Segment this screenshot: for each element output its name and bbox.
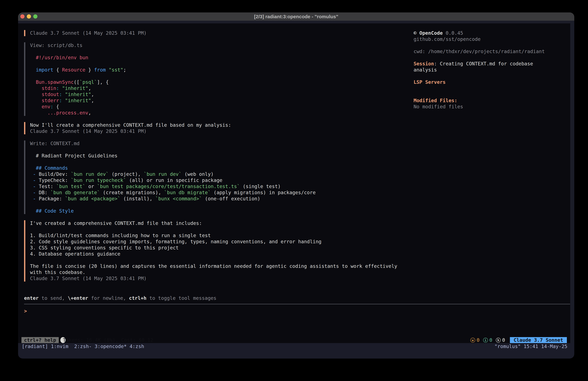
- terminal-line: [30, 73, 410, 79]
- text-segment: enter: [24, 295, 39, 301]
- terminal-line: Bun.spawnSync([`psql`], {: [30, 79, 410, 85]
- text-segment: (single test): [240, 183, 281, 189]
- text-segment: : Creating CONTEXT.md for codebase: [434, 61, 533, 67]
- text-segment: (create migrations),: [100, 190, 164, 195]
- text-segment: -: [33, 183, 39, 189]
- text-segment: `bun add <package>`: [65, 196, 120, 202]
- text-segment: }: [85, 67, 94, 73]
- terminal-line: - DB: `bun db generate` (create migratio…: [30, 190, 410, 196]
- tmux-window-list: 1:nvim2:zsh-3:opencode*4:zsh: [48, 344, 144, 349]
- text-segment: Build/Dev:: [39, 171, 71, 177]
- close-button[interactable]: [20, 14, 24, 19]
- text-segment: to toggle tool messages: [147, 295, 216, 301]
- text-segment: 0.0.45: [443, 30, 463, 36]
- text-segment: :: [59, 98, 62, 103]
- terminal-line: [30, 226, 410, 232]
- text-segment: 3. CSS styling conventions specific to t…: [30, 245, 179, 250]
- terminal-line: Session: Creating CONTEXT.md for codebas…: [414, 61, 565, 67]
- text-segment: 4. Database operations guidance: [30, 251, 120, 257]
- text-segment: Resource: [62, 67, 85, 73]
- terminal-line: #!/usr/bin/env bun: [30, 55, 410, 61]
- minimize-button[interactable]: [27, 14, 31, 19]
- text-segment: "inherit": [62, 85, 88, 91]
- assistant-message: I've created a comprehensive CONTEXT.md …: [24, 220, 410, 282]
- terminal-line: Now I'll create a comprehensive CONTEXT.…: [30, 122, 410, 128]
- tmux-window-item[interactable]: 4:zsh: [129, 344, 144, 349]
- terminal-line: [414, 91, 565, 97]
- tmux-status-bar: [radiant] 1:nvim2:zsh-3:opencode*4:zsh "…: [18, 343, 574, 359]
- assistant-message: Now I'll create a comprehensive CONTEXT.…: [24, 122, 410, 134]
- terminal-line: Claude 3.7 Sonnet (14 May 2025 03:41 PM): [30, 30, 410, 36]
- circled-w-icon: w: [470, 338, 475, 343]
- circled-h-icon: h: [496, 338, 501, 343]
- text-segment: stdin: [42, 85, 56, 91]
- text-segment: -: [33, 171, 39, 177]
- terminal-line: - Build/Dev: `bun run dev` (project), `b…: [30, 171, 410, 177]
- terminal-line: stderr: "inherit",: [30, 97, 410, 104]
- traffic-lights: [20, 14, 38, 19]
- text-segment: © OpenCode: [414, 30, 443, 36]
- diagnostic-h-indicator: h0: [496, 337, 505, 343]
- diagnostic-count: 0: [502, 337, 505, 343]
- text-segment: # Radiant Project Guidelines: [36, 153, 117, 158]
- terminal-line: The file is concise (20 lines) and captu…: [30, 263, 410, 269]
- terminal-line: with this codebase.: [30, 269, 410, 275]
- terminal-line: analysis: [414, 67, 565, 73]
- text-segment: `bun run dev`: [71, 171, 109, 177]
- terminal-line: enter to send, \+enter for newline, ctrl…: [24, 295, 216, 301]
- terminal-line: Claude 3.7 Sonnet (14 May 2025 03:41 PM): [30, 128, 410, 134]
- terminal-line: 1. Build/lint/test commands including ho…: [30, 232, 410, 239]
- text-segment: `bun test`: [56, 183, 85, 189]
- model-badge[interactable]: Claude 3.7 Sonnet: [510, 337, 567, 343]
- text-segment: ,: [91, 91, 94, 97]
- text-segment: Claude 3.7 Sonnet (14 May 2025 03:41 PM): [30, 276, 147, 281]
- text-segment: `bun run dev`: [144, 171, 182, 177]
- tmux-window-item[interactable]: 3:opencode*: [95, 344, 127, 349]
- terminal-line: 2. Code style guidelines covering import…: [30, 239, 410, 245]
- text-segment: "sst": [109, 67, 123, 73]
- text-segment: `bun db generate`: [50, 190, 100, 195]
- keybind-hint-bar: enter to send, \+enter for newline, ctrl…: [24, 295, 216, 301]
- text-segment: I've created a comprehensive CONTEXT.md …: [30, 220, 202, 226]
- terminal-line: github.com/sst/opencode: [414, 36, 565, 42]
- text-segment: Session: [414, 61, 434, 67]
- terminal-line: cwd: /home/thdxr/dev/projects/radiant/ra…: [414, 48, 565, 55]
- window-title: [2/3] radiant:3:opencode - "romulus": [254, 14, 338, 19]
- terminal-line: [414, 55, 565, 61]
- terminal-line: [414, 85, 565, 91]
- text-segment: Test:: [39, 183, 56, 189]
- text-segment: import: [36, 67, 53, 73]
- text-segment: Claude 3.7 Sonnet (14 May 2025 03:41 PM): [30, 30, 147, 36]
- text-segment: -: [33, 196, 39, 202]
- text-segment: :: [56, 85, 59, 91]
- terminal-line: - Test: `bun test` or `bun test packages…: [30, 183, 410, 190]
- prompt-input[interactable]: >: [24, 308, 570, 314]
- zoom-button[interactable]: [33, 14, 38, 19]
- terminal-line: [30, 147, 410, 153]
- text-segment: Write: CONTEXT.md: [30, 141, 80, 146]
- terminal-line: [30, 202, 410, 208]
- text-segment: `psql`: [80, 79, 97, 85]
- text-segment: `bun test packages/core/test/transaction…: [97, 183, 240, 189]
- chat-scroll-region[interactable]: Claude 3.7 Sonnet (14 May 2025 03:41 PM)…: [24, 30, 410, 288]
- text-segment: {: [53, 104, 59, 110]
- text-segment: for newline,: [88, 295, 129, 301]
- diagnostic-w-indicator: w0: [470, 337, 480, 343]
- terminal-line: - Package: `bun add <package>` (install)…: [30, 196, 410, 202]
- tmux-status-row: [radiant] 1:nvim2:zsh-3:opencode*4:zsh "…: [22, 343, 567, 350]
- terminal-line: [30, 159, 410, 165]
- help-keybind-chip[interactable]: ctrl+? help: [21, 337, 59, 343]
- terminal-line: stdin: "inherit",: [30, 85, 410, 91]
- text-segment: `bunx <command>`: [155, 196, 202, 202]
- tool-call-write-context: Write: CONTEXT.md# Radiant Project Guide…: [24, 140, 410, 214]
- tmux-window-item[interactable]: 2:zsh-: [74, 344, 92, 349]
- terminal-line: ## Commands: [30, 165, 410, 171]
- text-segment: TypeCheck:: [39, 178, 71, 183]
- tmux-window-item[interactable]: 1:nvim: [51, 344, 68, 349]
- scrollbar-track[interactable]: [570, 21, 574, 343]
- window-titlebar[interactable]: [2/3] radiant:3:opencode - "romulus": [18, 12, 574, 21]
- terminal-line: stdout: "inherit",: [30, 91, 410, 97]
- text-segment: Claude 3.7 Sonnet (14 May 2025 03:41 PM): [30, 128, 147, 134]
- text-segment: ctrl+h: [129, 295, 146, 301]
- session-info-panel: © OpenCode 0.0.45github.com/sst/opencode…: [414, 30, 565, 110]
